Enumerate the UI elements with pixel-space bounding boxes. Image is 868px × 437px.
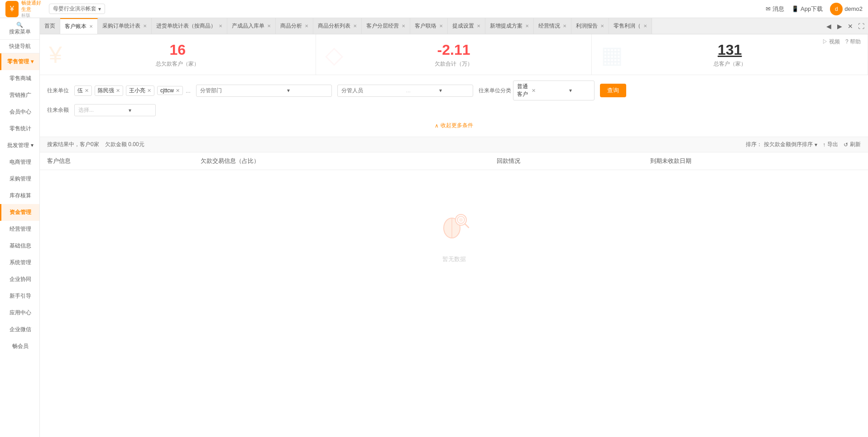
- tab-stock-stats-product[interactable]: 进货单统计表（按商品） ✕: [152, 18, 227, 34]
- tab-customer-book[interactable]: 客户账本 ✕: [60, 18, 98, 34]
- table-header-row: 客户信息 欠款交易信息（占比） 回款情况 到期未收款日期: [40, 152, 868, 170]
- filter-tag-chen[interactable]: 陈民强 ✕: [95, 86, 123, 96]
- sidebar-item-enterprise-wechat[interactable]: 企业微信: [0, 321, 39, 338]
- tab-close-add-promotion-plan[interactable]: ✕: [525, 24, 529, 28]
- remove-tag-wu[interactable]: ✕: [85, 88, 89, 94]
- remove-tag-cjttcw[interactable]: ✕: [176, 88, 180, 94]
- sidebar-item-sys-mgmt[interactable]: 系统管理: [0, 254, 39, 271]
- video-link[interactable]: ▷ 视频: [822, 38, 840, 46]
- content-area: 首页 客户账本 ✕ 采购订单统计表 ✕ 进货单统计表（按商品） ✕ 产成品入库单…: [40, 18, 868, 437]
- message-button[interactable]: ✉ 消息: [766, 5, 784, 13]
- filter-tag-normal-customer: 普通客户 ✕: [517, 83, 545, 98]
- sidebar-item-member-center[interactable]: 会员中心: [0, 104, 39, 120]
- tab-add-promotion-plan[interactable]: 新增提成方案 ✕: [485, 18, 534, 34]
- avatar: d: [830, 3, 843, 15]
- tab-close-product-analysis-list[interactable]: ✕: [353, 24, 357, 28]
- sidebar-item-retail-mall[interactable]: 零售商城: [0, 70, 39, 87]
- export-icon: ↑: [823, 142, 825, 148]
- tab-home[interactable]: 首页: [40, 18, 60, 34]
- credit-customers-label: 总欠款客户（家）: [156, 60, 199, 68]
- sidebar-item-marketing[interactable]: 营销推广: [0, 87, 39, 104]
- sidebar-item-app-center[interactable]: 应用中心: [0, 304, 39, 321]
- tab-ops-status[interactable]: 经营情况 ✕: [534, 18, 571, 34]
- filter-tag-cjttcw[interactable]: cjttcw ✕: [157, 86, 183, 95]
- tab-retail-profit[interactable]: 零售利润（ ✕: [609, 18, 652, 34]
- tab-close-ops-status[interactable]: ✕: [563, 24, 566, 28]
- tab-close-profit-report[interactable]: ✕: [600, 24, 604, 28]
- tab-scroll-right[interactable]: ▶: [834, 21, 844, 31]
- tab-customer-contact[interactable]: 客户联络 ✕: [410, 18, 448, 34]
- balance-filter-select[interactable]: 选择... ▾: [74, 104, 156, 116]
- query-button[interactable]: 查询: [600, 84, 626, 97]
- tab-product-analysis-list[interactable]: 商品分析列表 ✕: [313, 18, 362, 34]
- help-link[interactable]: ? 帮助: [845, 38, 861, 46]
- sidebar-item-inventory[interactable]: 库存核算: [0, 187, 39, 204]
- sidebar-item-ecommerce-mgmt[interactable]: 电商管理: [0, 154, 39, 171]
- sidebar-item-retail-stats[interactable]: 零售统计: [0, 120, 39, 137]
- credit-amount-number: -2.11: [437, 42, 470, 58]
- export-button[interactable]: ↑ 导出: [823, 141, 838, 148]
- sidebar-quick-nav[interactable]: 快捷导航: [0, 40, 39, 53]
- tab-close-customer-book[interactable]: ✕: [89, 24, 93, 29]
- tab-close-customer-contact[interactable]: ✕: [439, 24, 443, 28]
- sort-select[interactable]: 排序： 按欠款金额倒序排序 ▾: [746, 141, 817, 148]
- top-bar-right: ✉ 消息 📱 App下载 d demo2: [766, 3, 863, 15]
- tab-close-retail-profit[interactable]: ✕: [643, 24, 647, 28]
- unit-category-select[interactable]: 普通客户 ✕ ▾: [513, 81, 595, 100]
- tab-purchase-order-stats[interactable]: 采购订单统计表 ✕: [98, 18, 152, 34]
- sidebar-item-vip-member[interactable]: 畅会员: [0, 338, 39, 355]
- data-table: 客户信息 欠款交易信息（占比） 回款情况 到期未收款日期: [40, 152, 868, 170]
- tab-maximize[interactable]: ⛶: [856, 21, 866, 31]
- tab-close-all[interactable]: ✕: [845, 21, 855, 31]
- collapse-filters-button[interactable]: ∧ 收起更多条件: [47, 120, 861, 131]
- tab-customer-segment[interactable]: 客户分层经营 ✕: [362, 18, 410, 34]
- tab-bar: 首页 客户账本 ✕ 采购订单统计表 ✕ 进货单统计表（按商品） ✕ 产成品入库单…: [40, 18, 868, 34]
- chevron-up-icon: ∧: [435, 123, 439, 129]
- filter-tag-wu[interactable]: 伍 ✕: [74, 86, 92, 96]
- refresh-button[interactable]: ↺ 刷新: [844, 141, 861, 148]
- main-layout: 🔍 搜索菜单 快捷导航 零售管理 ▾ 零售商城 营销推广 会员中心 零售统计 批…: [0, 18, 868, 437]
- tab-product-analysis[interactable]: 商品分析 ✕: [276, 18, 313, 34]
- results-bar: 搜索结果中，客户0家 欠款金额 0.00元 排序： 按欠款金额倒序排序 ▾ ↑ …: [40, 137, 868, 152]
- remove-normal-customer[interactable]: ✕: [532, 88, 545, 94]
- filter-tag-wang[interactable]: 王小亮 ✕: [126, 86, 154, 96]
- sidebar-item-new-guide[interactable]: 新手引导: [0, 288, 39, 304]
- sidebar-item-basic-info[interactable]: 基础信息: [0, 238, 39, 254]
- filters-section: 往来单位 伍 ✕ 陈民强 ✕ 王小亮 ✕: [40, 75, 868, 137]
- col-due-date: 到期未收款日期: [643, 152, 868, 170]
- page-content: ¥ 16 总欠款客户（家） ◇ -2.11 欠款合计（万） ▦ 131 总客户（…: [40, 34, 868, 437]
- dept-filter-select[interactable]: 分管部门 ▾: [196, 85, 332, 97]
- tab-profit-report[interactable]: 利润报告 ✕: [571, 18, 609, 34]
- person-filter-select[interactable]: 分管人员 ... ▾: [337, 85, 473, 97]
- tab-close-stock-stats[interactable]: ✕: [219, 24, 222, 28]
- tab-close-promotion-settings[interactable]: ✕: [477, 24, 480, 28]
- sidebar-search[interactable]: 🔍 搜索菜单: [0, 18, 39, 40]
- filter-more-tags[interactable]: ...: [186, 87, 191, 94]
- user-profile[interactable]: d demo2: [830, 3, 863, 15]
- tab-close-production-instock[interactable]: ✕: [267, 24, 271, 28]
- remove-tag-wang[interactable]: ✕: [147, 88, 151, 94]
- sidebar-item-ops-mgmt[interactable]: 经营管理: [0, 221, 39, 238]
- tab-close-product-analysis[interactable]: ✕: [305, 24, 308, 28]
- results-summary: 搜索结果中，客户0家 欠款金额 0.00元: [47, 141, 144, 148]
- sidebar-item-retail-mgmt[interactable]: 零售管理 ▾: [0, 53, 39, 70]
- remove-tag-chen[interactable]: ✕: [116, 88, 120, 94]
- tab-close-customer-segment[interactable]: ✕: [402, 24, 405, 28]
- total-customers-number: 131: [718, 42, 742, 58]
- sidebar-item-purchase-mgmt[interactable]: 采购管理: [0, 171, 39, 187]
- sidebar-item-wholesale-mgmt[interactable]: 批发管理 ▾: [0, 137, 39, 154]
- video-icon: ▷: [822, 38, 828, 45]
- account-selector[interactable]: 母婴行业演示帐套 ▾: [49, 4, 105, 14]
- stat-bg-icon-building: ▦: [601, 41, 623, 68]
- tab-scroll-left[interactable]: ◀: [824, 21, 834, 31]
- tab-close-purchase-order-stats[interactable]: ✕: [143, 24, 147, 28]
- help-icon: ?: [845, 38, 849, 45]
- stat-credit-customers: ¥ 16 总欠款客户（家）: [40, 34, 316, 75]
- tab-promotion-settings[interactable]: 提成设置 ✕: [448, 18, 485, 34]
- sidebar-item-enterprise-coop[interactable]: 企业协同: [0, 271, 39, 288]
- tab-production-instock[interactable]: 产成品入库单 ✕: [227, 18, 276, 34]
- sidebar-item-capital-mgmt[interactable]: 资金管理: [0, 204, 39, 221]
- app-download-button[interactable]: 📱 App下载: [791, 5, 823, 13]
- chevron-down-icon: ▾: [287, 87, 328, 94]
- sidebar: 🔍 搜索菜单 快捷导航 零售管理 ▾ 零售商城 营销推广 会员中心 零售统计 批…: [0, 18, 40, 437]
